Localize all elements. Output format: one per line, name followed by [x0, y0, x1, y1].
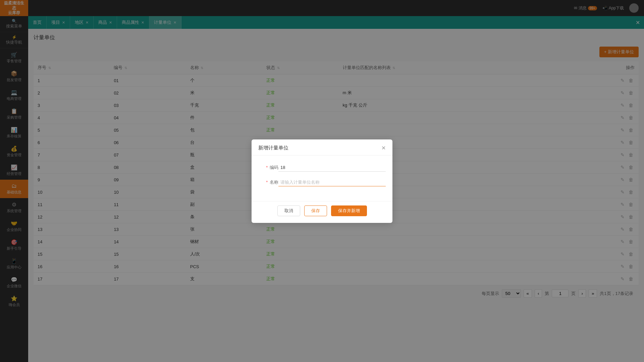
required-mark: * — [266, 180, 268, 185]
add-unit-modal: 新增计量单位 ✕ * 编码 * 名称 取消 保存 保存并新增 — [252, 139, 392, 223]
code-field-row: * 编码 — [258, 164, 386, 172]
code-input[interactable] — [278, 164, 386, 172]
name-field-row: * 名称 — [258, 178, 386, 186]
code-label: * 编码 — [258, 165, 278, 171]
modal-body: * 编码 * 名称 — [252, 156, 392, 201]
cancel-button[interactable]: 取消 — [277, 205, 300, 216]
save-and-new-button[interactable]: 保存并新增 — [331, 205, 367, 216]
save-button[interactable]: 保存 — [304, 205, 327, 216]
modal-footer: 取消 保存 保存并新增 — [252, 201, 392, 223]
required-mark: * — [266, 165, 268, 170]
name-input[interactable] — [278, 178, 386, 186]
modal-close-button[interactable]: ✕ — [381, 145, 386, 151]
modal-overlay: 新增计量单位 ✕ * 编码 * 名称 取消 保存 保存并新增 — [0, 0, 644, 362]
modal-title: 新增计量单位 — [258, 145, 288, 151]
name-label: * 名称 — [258, 179, 278, 185]
modal-header: 新增计量单位 ✕ — [252, 139, 392, 156]
